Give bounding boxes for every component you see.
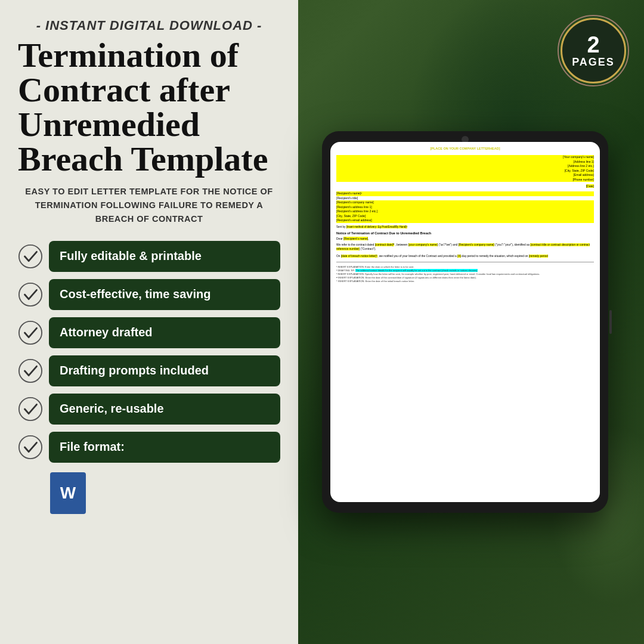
feature-item-3: Attorney drafted bbox=[18, 317, 280, 348]
check-icon-5 bbox=[18, 397, 43, 422]
feature-item-1: Fully editable & printable bbox=[18, 241, 280, 272]
feature-btn-2[interactable]: Cost-effective, time saving bbox=[49, 279, 280, 310]
feature-btn-5[interactable]: Generic, re-usable bbox=[49, 394, 280, 425]
svg-point-2 bbox=[19, 321, 42, 343]
doc-email: [Email address] bbox=[336, 173, 594, 178]
left-panel: - INSTANT DIGITAL DOWNLOAD - Termination… bbox=[0, 0, 298, 644]
pages-number: 2 bbox=[587, 33, 599, 56]
feature-btn-4[interactable]: Drafting prompts included bbox=[49, 355, 280, 386]
feature-item-6: File format: bbox=[18, 432, 280, 463]
fn-5: ⁵ INSERT EXPLANATION: Enter the date of … bbox=[336, 280, 594, 283]
feature-btn-6[interactable]: File format: bbox=[49, 432, 280, 463]
svg-point-1 bbox=[19, 283, 42, 305]
description-text: EASY TO EDIT LETTER TEMPLATE FOR THE NOT… bbox=[18, 185, 280, 227]
check-icon-2 bbox=[18, 282, 43, 307]
check-icon-1 bbox=[18, 244, 43, 269]
svg-point-4 bbox=[19, 397, 42, 420]
feature-btn-3[interactable]: Attorney drafted bbox=[49, 317, 280, 348]
tablet-screen: [PLACE ON YOUR COMPANY LETTERHEAD] [Your… bbox=[330, 142, 600, 502]
doc-city-state: [City, State, ZIP Code] bbox=[336, 169, 594, 174]
check-icon-3 bbox=[18, 320, 43, 345]
word-icon: W bbox=[50, 472, 86, 514]
doc-sent-by: Sent by [Insert method of delivery: Eg P… bbox=[336, 225, 594, 228]
tablet-button bbox=[609, 310, 612, 334]
check-icon-4 bbox=[18, 358, 43, 383]
doc-phone: [Phone number] bbox=[336, 178, 594, 182]
main-container: - INSTANT DIGITAL DOWNLOAD - Termination… bbox=[0, 0, 644, 644]
doc-divider bbox=[336, 262, 594, 262]
feature-btn-1[interactable]: Fully editable & printable bbox=[49, 241, 280, 272]
tablet-mockup: [PLACE ON YOUR COMPANY LETTERHEAD] [Your… bbox=[322, 131, 608, 513]
subtitle: - INSTANT DIGITAL DOWNLOAD - bbox=[18, 18, 280, 33]
doc-body-1: We refer to the contract dated [contract… bbox=[336, 243, 594, 252]
doc-letterhead: [PLACE ON YOUR COMPANY LETTERHEAD] bbox=[336, 147, 594, 150]
pages-badge: 2 PAGES bbox=[561, 18, 626, 83]
doc-company-name: [Your company's name] bbox=[336, 155, 594, 160]
main-title: Termination of Contract after Unremedied… bbox=[18, 38, 280, 177]
feature-item-4: Drafting prompts included bbox=[18, 355, 280, 386]
svg-point-0 bbox=[19, 244, 42, 267]
check-icon-6 bbox=[18, 435, 43, 460]
word-icon-area: W bbox=[18, 472, 280, 514]
doc-body-2: On [date of breach notice letter]⁵, we n… bbox=[336, 254, 594, 259]
doc-notice-title: Notice of Termination of Contract Due to… bbox=[336, 231, 594, 235]
right-panel: 2 PAGES [PLACE ON YOUR COMPANY LETTERHEA… bbox=[298, 0, 644, 644]
doc-addr2: [Address line 2 etc.] bbox=[336, 164, 594, 169]
doc-date: [Date] bbox=[336, 184, 594, 188]
doc-dear: Dear [Recipient's name], bbox=[336, 237, 594, 240]
svg-point-3 bbox=[19, 359, 42, 382]
features-list: Fully editable & printable Cost-effectiv… bbox=[18, 241, 280, 463]
svg-point-5 bbox=[19, 435, 42, 458]
doc-recipient: [Recipient's name]² [Recipient's title] … bbox=[336, 191, 594, 223]
doc-addr1: [Address line 1] bbox=[336, 160, 594, 165]
feature-item-5: Generic, re-usable bbox=[18, 394, 280, 425]
doc-footnotes: ¹ INSERT EXPLANATION: Enter the date on … bbox=[336, 265, 594, 283]
feature-item-2: Cost-effective, time saving bbox=[18, 279, 280, 310]
pages-label: PAGES bbox=[572, 56, 615, 69]
doc-address-right: [Your company's name] [Address line 1] [… bbox=[336, 155, 594, 182]
